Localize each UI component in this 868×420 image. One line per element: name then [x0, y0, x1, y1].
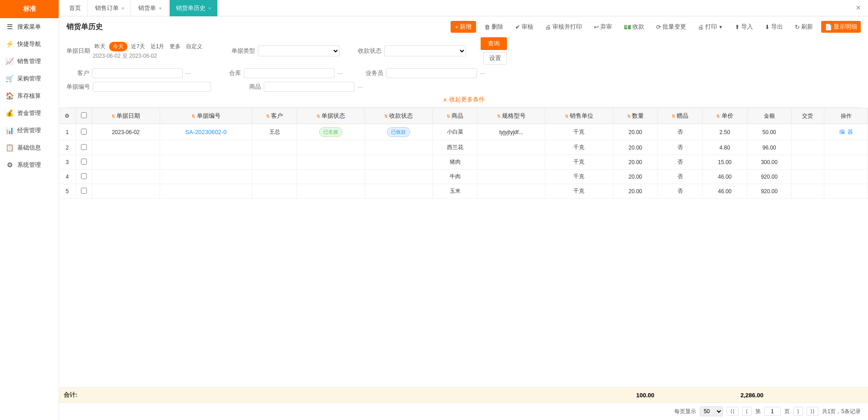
batch-change-icon: ⟳	[656, 24, 661, 30]
collect-status-badge: 已收款	[387, 127, 410, 137]
col-gift[interactable]: ⇅ 赠品	[657, 108, 702, 124]
delete-button[interactable]: 🗑 删除	[481, 21, 507, 33]
salesperson-input[interactable]	[386, 68, 477, 78]
date-preset-7days[interactable]: 近7天	[129, 42, 147, 51]
doc-number-input[interactable]	[93, 82, 211, 92]
tab-sales-delivery-close[interactable]: ×	[159, 5, 161, 11]
col-doc-status[interactable]: ⇅ 单据状态	[297, 108, 365, 124]
col-unit-price[interactable]: ⇅ 单价	[702, 108, 747, 124]
row-goods: 牛肉	[432, 170, 477, 184]
sidebar-item-finance[interactable]: 💰 资金管理	[0, 105, 59, 122]
filter-collapse-row: ∧ 收起更多条件	[66, 95, 861, 104]
date-preset-more[interactable]: 更多	[168, 42, 182, 51]
set-button[interactable]: 设置	[483, 52, 507, 65]
more-button[interactable]: 器	[846, 128, 854, 136]
date-preset-1month[interactable]: 近1月	[149, 42, 166, 51]
row-select-checkbox[interactable]	[81, 144, 87, 150]
sidebar-item-search-menu[interactable]: ☰ 搜索菜单	[0, 18, 59, 35]
row-transaction	[791, 155, 824, 170]
row-checkbox[interactable]	[75, 184, 92, 199]
row-customer	[252, 140, 297, 155]
doc-type-select[interactable]	[258, 45, 340, 56]
row-checkbox[interactable]	[75, 170, 92, 184]
row-doc-date	[92, 140, 160, 155]
print-button[interactable]: 🖨 打印 ▼	[694, 21, 727, 33]
sidebar-item-purchase-mgmt[interactable]: 🛒 采购管理	[0, 70, 59, 87]
customer-input[interactable]	[92, 68, 183, 78]
sidebar-item-system[interactable]: ⚙ 系统管理	[0, 156, 59, 174]
sidebar-item-inventory[interactable]: 🏠 库存核算	[0, 87, 59, 105]
tab-sales-history-close[interactable]: ×	[208, 5, 211, 11]
show-detail-button[interactable]: 📄 显示明细	[821, 21, 861, 33]
row-select-checkbox[interactable]	[81, 173, 87, 179]
sidebar-item-operations[interactable]: 📊 经营管理	[0, 122, 59, 139]
query-button[interactable]: 查询	[481, 37, 507, 50]
date-preset-custom[interactable]: 自定义	[184, 42, 204, 51]
audit-print-button[interactable]: 🖨 审核并打印	[542, 21, 586, 33]
batch-change-button[interactable]: ⟳ 批量变更	[652, 21, 690, 33]
footer-total: 合计: 100.00 2,286.00	[64, 391, 863, 399]
collapse-button[interactable]: ∧ 收起更多条件	[443, 95, 485, 104]
pagination-first[interactable]: ⟨⟨	[727, 407, 738, 416]
row-doc-number	[160, 170, 252, 184]
pagination-prev[interactable]: ⟨	[742, 407, 752, 416]
row-doc-date: 2023-06-02	[92, 124, 160, 140]
sidebar-item-base-info[interactable]: 📋 基础信息	[0, 139, 59, 156]
row-checkbox[interactable]	[75, 140, 92, 155]
tab-sales-history[interactable]: 销货单历史 ×	[170, 0, 218, 16]
edit-button[interactable]: 编	[838, 128, 846, 136]
pagination-last[interactable]: ⟩⟩	[807, 407, 818, 416]
col-settings[interactable]: ⚙	[59, 108, 75, 124]
warehouse-more-icon[interactable]: ···	[337, 70, 343, 77]
tab-close-all-button[interactable]: ×	[852, 3, 864, 13]
row-checkbox[interactable]	[75, 155, 92, 170]
col-quantity[interactable]: ⇅ 数量	[613, 108, 657, 124]
sidebar-item-label: 快捷导航	[17, 40, 41, 48]
salesperson-more-icon[interactable]: ···	[480, 70, 485, 77]
row-checkbox[interactable]	[75, 124, 92, 140]
refresh-button[interactable]: ↻ 刷新	[791, 21, 817, 33]
pagination-next[interactable]: ⟩	[793, 407, 803, 416]
collect-status-select[interactable]	[384, 45, 466, 56]
tab-home[interactable]: 首页	[63, 0, 88, 16]
goods-more-icon[interactable]: ···	[357, 83, 363, 90]
row-quantity: 20.00	[613, 155, 657, 170]
col-spec[interactable]: ⇅ 规格型号	[477, 108, 545, 124]
abandon-button[interactable]: ↩ 弃审	[590, 21, 616, 33]
import-button[interactable]: ⬆ 导入	[731, 21, 757, 33]
sidebar-item-quick-nav[interactable]: ⚡ 快捷导航	[0, 35, 59, 53]
sidebar-logo: 标准	[0, 0, 59, 18]
col-goods[interactable]: ⇅ 商品	[432, 108, 477, 124]
col-doc-date[interactable]: ⇅ 单据日期	[92, 108, 160, 124]
row-spec	[477, 155, 545, 170]
collect-button[interactable]: 💵 收款	[620, 21, 648, 33]
doc-number-link[interactable]: SA-20230602-0	[185, 129, 226, 135]
table-row: 3 猪肉 千克 20.00 否 15.00 300.00	[59, 155, 868, 170]
date-preset-today[interactable]: 今天	[109, 42, 127, 51]
tab-sales-delivery[interactable]: 销货单 ×	[132, 0, 168, 16]
select-all-checkbox[interactable]	[81, 112, 87, 118]
add-button[interactable]: + 新增	[451, 21, 477, 33]
row-select-checkbox[interactable]	[81, 129, 87, 135]
page-input[interactable]	[764, 407, 781, 416]
col-checkbox[interactable]	[75, 108, 92, 124]
date-label: 单据日期	[66, 47, 90, 55]
sidebar-item-sales-mgmt[interactable]: 📈 销售管理	[0, 53, 59, 70]
row-select-checkbox[interactable]	[81, 188, 87, 194]
audit-button[interactable]: ✔ 审核	[512, 21, 537, 33]
customer-more-icon[interactable]: ···	[186, 70, 191, 77]
col-collect-status[interactable]: ⇅ 收款状态	[365, 108, 432, 124]
warehouse-input[interactable]	[244, 68, 335, 78]
row-goods: 小白菜	[432, 124, 477, 140]
tab-sales-order-close[interactable]: ×	[121, 5, 124, 11]
export-button[interactable]: ⬇ 导出	[761, 21, 787, 33]
date-preset-yesterday[interactable]: 昨天	[93, 42, 107, 51]
col-customer[interactable]: ⇅ 客户	[252, 108, 297, 124]
sidebar-item-label: 经营管理	[17, 126, 41, 135]
row-select-checkbox[interactable]	[81, 159, 87, 165]
goods-input[interactable]	[264, 82, 355, 92]
per-page-select[interactable]: 50 100	[700, 406, 723, 416]
col-doc-number[interactable]: ⇅ 单据编号	[160, 108, 252, 124]
tab-sales-order[interactable]: 销售订单 ×	[89, 0, 131, 16]
col-unit[interactable]: ⇅ 销售单位	[545, 108, 613, 124]
